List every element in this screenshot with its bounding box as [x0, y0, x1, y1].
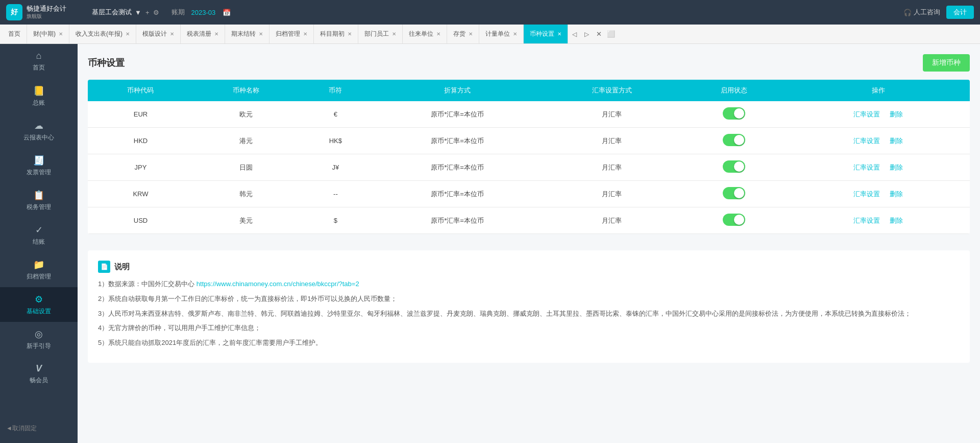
cell-symbol-3: -- — [299, 181, 372, 207]
sidebar-item-member[interactable]: V 畅会员 — [0, 357, 78, 391]
tab-tax-table-close[interactable]: ✕ — [214, 31, 218, 37]
toggle-thumb-4 — [734, 215, 744, 225]
cell-name-4: 美元 — [193, 207, 299, 234]
col-symbol: 币符 — [299, 80, 372, 101]
delete-link-4[interactable]: 删除 — [890, 217, 903, 224]
sidebar-item-archive[interactable]: 📁 归档管理 — [0, 252, 78, 287]
delete-link-2[interactable]: 删除 — [890, 164, 903, 171]
tab-inventory-close[interactable]: ✕ — [469, 31, 473, 37]
add-icon[interactable]: + — [145, 9, 150, 16]
tab-tax-table[interactable]: 税表清册 ✕ — [181, 25, 225, 44]
rate-settings-link-1[interactable]: 汇率设置 — [853, 137, 880, 145]
toggle-0[interactable] — [723, 107, 745, 120]
tab-archive-close[interactable]: ✕ — [303, 31, 307, 37]
cell-symbol-0: € — [299, 101, 372, 128]
tab-inventory-label: 存货 — [453, 30, 465, 38]
cell-toggle-4[interactable] — [681, 207, 787, 234]
sidebar-item-reports[interactable]: ☁ 云报表中心 — [0, 113, 78, 148]
table-row: JPY 日圆 J¥ 原币*汇率=本位币 月汇率 汇率设置 删除 — [88, 154, 970, 181]
tab-income-close[interactable]: ✕ — [126, 31, 130, 37]
toggle-4[interactable] — [723, 214, 745, 226]
notes-list: 1）数据来源：中国外汇交易中心 https://www.chinamoney.c… — [98, 279, 960, 348]
calendar-icon[interactable]: 📅 — [223, 9, 231, 16]
tab-period-transfer[interactable]: 期末结转 ✕ — [225, 25, 270, 44]
toggle-thumb-3 — [734, 188, 744, 198]
tab-inventory[interactable]: 存货 ✕ — [447, 25, 479, 44]
notes-link[interactable]: https://www.chinamoney.com.cn/chinese/bk… — [197, 280, 359, 288]
tab-department[interactable]: 部门员工 ✕ — [358, 25, 403, 44]
content-area: 币种设置 新增币种 币种代码 币种名称 币符 折算方式 汇率设置方式 启用状态 … — [78, 44, 980, 443]
tab-period-transfer-close[interactable]: ✕ — [259, 31, 263, 37]
toggle-track-3[interactable] — [723, 187, 745, 199]
company-selector[interactable]: 基层工会测试 ▼ — [92, 8, 141, 17]
cell-name-2: 日圆 — [193, 154, 299, 181]
home-icon: ⌂ — [36, 51, 42, 61]
cell-toggle-0[interactable] — [681, 101, 787, 128]
help-button[interactable]: 🎧 人工咨询 — [903, 8, 940, 17]
tab-subjects-label: 科目期初 — [320, 30, 345, 38]
cell-rate-type-1: 月汇率 — [543, 128, 681, 154]
toggle-track-1[interactable] — [723, 134, 745, 146]
tab-prev-button[interactable]: ◁ — [568, 25, 580, 44]
new-currency-button[interactable]: 新增币种 — [923, 54, 970, 72]
tab-template-close[interactable]: ✕ — [170, 31, 174, 37]
tab-finance-close[interactable]: ✕ — [59, 31, 63, 37]
tab-currency-close[interactable]: ✕ — [557, 31, 561, 37]
guide-icon: ◎ — [35, 329, 43, 340]
cell-rate-type-0: 月汇率 — [543, 101, 681, 128]
gear-icon[interactable]: ⚙ — [153, 9, 159, 16]
delete-link-3[interactable]: 删除 — [890, 190, 903, 198]
tab-next-button[interactable]: ▷ — [580, 25, 593, 44]
delete-link-0[interactable]: 删除 — [890, 110, 903, 118]
archive-icon: 📁 — [33, 259, 44, 270]
toggle-1[interactable] — [723, 134, 745, 146]
sidebar-item-settings[interactable]: ⚙ 基础设置 — [0, 287, 78, 322]
sidebar-item-tax[interactable]: 📋 税务管理 — [0, 183, 78, 218]
tab-home[interactable]: 首页 — [2, 25, 27, 44]
cell-name-0: 欧元 — [193, 101, 299, 128]
tab-department-close[interactable]: ✕ — [392, 31, 396, 37]
sidebar-ledger-label: 总账 — [33, 99, 45, 107]
sidebar-item-ledger[interactable]: 📒 总账 — [0, 79, 78, 113]
cell-name-3: 韩元 — [193, 181, 299, 207]
tab-income[interactable]: 收入支出表(年报) ✕ — [69, 25, 136, 44]
sidebar-item-guide[interactable]: ◎ 新手引导 — [0, 322, 78, 357]
tab-archive[interactable]: 归档管理 ✕ — [270, 25, 314, 44]
tab-contacts-close[interactable]: ✕ — [436, 31, 440, 37]
cell-toggle-2[interactable] — [681, 154, 787, 181]
delete-link-1[interactable]: 删除 — [890, 137, 903, 145]
rate-settings-link-4[interactable]: 汇率设置 — [853, 217, 880, 224]
unpin-button[interactable]: ◄取消固定 — [6, 420, 71, 437]
sidebar-item-home[interactable]: ⌂ 首页 — [0, 44, 78, 79]
tab-template[interactable]: 模版设计 ✕ — [136, 25, 181, 44]
notes-title: 说明 — [114, 262, 130, 272]
tab-period-transfer-label: 期末结转 — [231, 30, 256, 38]
sidebar-item-invoices[interactable]: 🧾 发票管理 — [0, 148, 78, 183]
cell-conversion-0: 原币*汇率=本位币 — [372, 101, 543, 128]
sidebar-guide-label: 新手引导 — [27, 342, 51, 351]
rate-settings-link-3[interactable]: 汇率设置 — [853, 190, 880, 198]
tab-subjects[interactable]: 科目期初 ✕ — [314, 25, 358, 44]
toggle-3[interactable] — [723, 187, 745, 199]
cell-conversion-3: 原币*汇率=本位币 — [372, 181, 543, 207]
sidebar-item-checkout[interactable]: ✓ 结账 — [0, 218, 78, 252]
rate-settings-link-0[interactable]: 汇率设置 — [853, 110, 880, 118]
account-button[interactable]: 会计 — [946, 6, 974, 19]
tab-finance[interactable]: 财(中期) ✕ — [27, 25, 69, 44]
tab-contacts[interactable]: 往来单位 ✕ — [403, 25, 447, 44]
tab-expand-button[interactable]: ⬜ — [605, 25, 617, 44]
toggle-track-0[interactable] — [723, 107, 745, 120]
tab-close-all-button[interactable]: ✕ — [593, 25, 605, 44]
tab-units-close[interactable]: ✕ — [513, 31, 517, 37]
toggle-2[interactable] — [723, 160, 745, 173]
rate-settings-link-2[interactable]: 汇率设置 — [853, 164, 880, 171]
tab-subjects-close[interactable]: ✕ — [348, 31, 352, 37]
tab-currency[interactable]: 币种设置 ✕ — [524, 25, 568, 44]
top-bar-right: 🎧 人工咨询 会计 — [903, 6, 974, 19]
toggle-track-2[interactable] — [723, 160, 745, 173]
table-row: EUR 欧元 € 原币*汇率=本位币 月汇率 汇率设置 删除 — [88, 101, 970, 128]
cell-toggle-1[interactable] — [681, 128, 787, 154]
toggle-track-4[interactable] — [723, 214, 745, 226]
cell-toggle-3[interactable] — [681, 181, 787, 207]
tab-units[interactable]: 计量单位 ✕ — [479, 25, 524, 44]
